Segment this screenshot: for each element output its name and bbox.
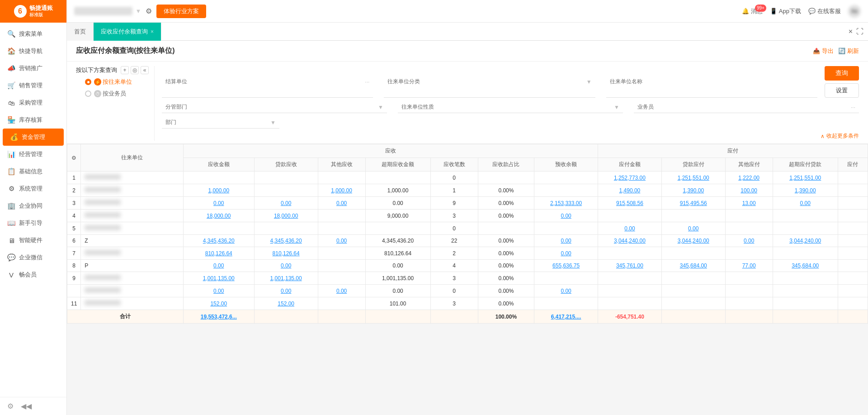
row-unit [81, 210, 183, 222]
sidebar-item-operation[interactable]: 📊经营管理 [0, 146, 66, 163]
tab-close-icon[interactable]: × [151, 29, 154, 35]
sidebar-settings-icon[interactable]: ⚙ [7, 402, 14, 410]
tab-home[interactable]: 首页 [67, 23, 94, 41]
scheme-label: 按以下方案查询 + ◎ « [76, 66, 149, 74]
sidebar-item-member[interactable]: V畅会员 [0, 266, 66, 283]
refresh-icon: 🔄 [838, 48, 845, 54]
table-row: 500.000.00 [67, 222, 868, 235]
row-unit [81, 222, 183, 235]
sidebar-item-inventory[interactable]: 🏪库存核算 [0, 111, 66, 129]
sidebar-item-purchase[interactable]: 🛍采购管理 [0, 94, 66, 111]
table-row: 11152.00152.00101.0030.00% [67, 297, 868, 310]
col-payable-last: 应付 [838, 158, 868, 172]
sidebar-item-finance[interactable]: 💰资金管理 [3, 129, 64, 146]
sidebar-label-hardware: 智能硬件 [19, 236, 42, 244]
scheme-settings-icon[interactable]: ◎ [131, 66, 139, 74]
field-dots-salesman: ··· [851, 104, 855, 110]
sidebar-item-hardware[interactable]: 🖥智能硬件 [0, 232, 66, 249]
logo-sub: 标准版 [29, 12, 53, 18]
window-close-icon[interactable]: × [849, 28, 853, 36]
sidebar-item-wechat[interactable]: 💬企业微信 [0, 249, 66, 266]
sidebar-item-basic[interactable]: 📋基础信息 [0, 163, 66, 180]
service-btn[interactable]: 💬 在线客服 [808, 7, 841, 15]
page-title: 应收应付余额查询(按往来单位) [76, 46, 175, 56]
tabs-actions: × ⛶ [849, 28, 868, 36]
refresh-btn[interactable]: 🔄 刷新 [838, 47, 859, 55]
row-number: 9 [67, 272, 81, 285]
sidebar-item-search[interactable]: 🔍搜索菜单 [0, 25, 66, 43]
sidebar-label-purchase: 采购管理 [19, 99, 42, 107]
sidebar-item-system[interactable]: ⚙系统管理 [0, 180, 66, 197]
total-receivable-amount[interactable]: 19,553,472,6... [183, 310, 254, 324]
dropdown-category-icon: ▼ [586, 79, 592, 85]
total-overdue-payable [773, 310, 838, 324]
collapse-more-btn[interactable]: ∧ 收起更多条件 [821, 132, 859, 140]
field-label-salesman: 业务员 [637, 103, 670, 111]
filter-options: ⚡ 按往来单位 ⏱ 按业务员 [76, 74, 149, 101]
settings-button[interactable]: 设置 [825, 83, 859, 98]
col-settings[interactable]: ⚙ [67, 144, 81, 172]
field-unit-nature: 往来单位性质 ▼ [398, 101, 623, 113]
field-label-settlement: 结算单位 [165, 78, 193, 86]
total-loan-payable [661, 310, 725, 324]
col-advance-balance: 预收余额 [534, 158, 598, 172]
row-number: 6 [67, 235, 81, 247]
main-content: 首页 应收应付余额查询 × × ⛶ 应收应付余额查询(按往来单位) 📤 导出 🔄… [67, 23, 868, 415]
sidebar-label-member: 畅会员 [19, 271, 37, 279]
notice-btn[interactable]: 🔔 消息 99+ [742, 7, 763, 15]
app-icon: 📱 [770, 8, 777, 14]
row-unit [81, 272, 183, 285]
sidebar-label-marketing: 营销推广 [19, 64, 42, 72]
sidebar-item-quicknav[interactable]: 🏠快捷导航 [0, 43, 66, 60]
tab-receivable[interactable]: 应收应付余额查询 × [94, 23, 161, 41]
industry-btn[interactable]: 体验行业方案 [156, 5, 206, 18]
query-button[interactable]: 查询 [825, 66, 859, 81]
sidebar-item-corp[interactable]: 🏢企业协同 [0, 197, 66, 215]
field-unit-name: 往来单位名称 [606, 66, 817, 98]
filter-fields: 结算单位 ··· 往来单位分类 ▼ 往来单位名称 [162, 66, 859, 141]
search-nav-icon: 🔍 [7, 30, 15, 38]
table-container: ⚙ 往来单位 应收 应付 应收金额 贷款应收 其他应收 超期应收金额 应收笔数 … [67, 144, 868, 324]
col-overdue-payable: 超期应付贷款 [773, 158, 838, 172]
cart-icon: 🛒 [7, 81, 15, 90]
option-label-staff: 按业务员 [103, 90, 126, 98]
dropdown-nature-icon: ▼ [614, 104, 619, 110]
window-expand-icon[interactable]: ⛶ [856, 28, 863, 36]
scheme-add-icon[interactable]: + [121, 66, 129, 74]
row-unit [81, 172, 183, 184]
scheme-label-text: 按以下方案查询 [76, 66, 117, 74]
sidebar-item-sales[interactable]: 🛒销售管理 [0, 77, 66, 94]
option-icon-unit: ⚡ [94, 78, 101, 86]
header-gear-icon[interactable]: ⚙ [146, 7, 152, 15]
col-overdue-receivable: 超期应收金额 [365, 158, 430, 172]
sidebar-bottom: ⚙ ◀◀ [0, 397, 66, 415]
header-actions: 🔔 消息 99+ 📱 App下载 💬 在线客服 Rit [742, 5, 861, 18]
breadcrumb-blurred: XXXXXXXX [74, 7, 132, 15]
service-label: 在线客服 [817, 7, 841, 15]
field-dots-settlement: ··· [365, 79, 369, 85]
user-avatar[interactable]: Rit [848, 5, 861, 18]
total-count [430, 310, 478, 324]
filter-option-by-unit[interactable]: ⚡ 按往来单位 [85, 76, 149, 88]
total-advance[interactable]: 6,417,215.... [534, 310, 598, 324]
col-receivable-amount: 应收金额 [183, 158, 254, 172]
avatar-text: Rit [851, 9, 857, 14]
sidebar-collapse-icon[interactable]: ◀◀ [21, 402, 32, 410]
app-btn[interactable]: 📱 App下载 [770, 7, 801, 15]
scheme-collapse-icon[interactable]: « [141, 66, 149, 74]
total-other-receivable [318, 310, 365, 324]
export-btn[interactable]: 📤 导出 [813, 47, 834, 55]
option-icon-staff: ⏱ [94, 90, 101, 97]
filter-option-by-staff[interactable]: ⏱ 按业务员 [85, 88, 149, 100]
field-unit-category: 往来单位分类 ▼ [384, 66, 595, 98]
page-body: 应收应付余额查询(按往来单位) 📤 导出 🔄 刷新 按以下方案查询 [67, 41, 868, 415]
filter-area: 按以下方案查询 + ◎ « ⚡ [67, 62, 868, 144]
row-number [67, 285, 81, 297]
sidebar-nav: 🔍搜索菜单 🏠快捷导航 📣营销推广 🛒销售管理 🛍采购管理 🏪库存核算 💰资金管… [0, 23, 66, 397]
table-row: 8P0.000.000.0040.00%655,636.75345,761.00… [67, 260, 868, 272]
table-wrapper[interactable]: ⚙ 往来单位 应收 应付 应收金额 贷款应收 其他应收 超期应收金额 应收笔数 … [67, 144, 868, 324]
sidebar-item-guide[interactable]: 📖新手引导 [0, 215, 66, 232]
sidebar-item-marketing[interactable]: 📣营销推广 [0, 60, 66, 77]
col-other-receivable: 其他应收 [318, 158, 365, 172]
money-icon: 💰 [10, 133, 18, 141]
